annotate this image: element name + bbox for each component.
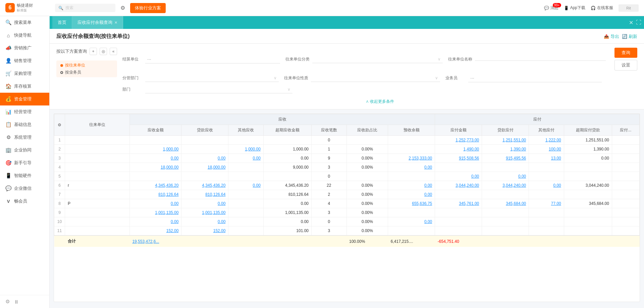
- sidebar-item-marketing[interactable]: 📣 营销推广: [0, 42, 49, 54]
- td-ar-amount[interactable]: 0.00: [129, 199, 181, 208]
- sidebar-settings-icon[interactable]: ⚙: [5, 299, 10, 305]
- td-ap-other[interactable]: [529, 208, 564, 217]
- dept-manage-input[interactable]: ∨: [145, 74, 279, 82]
- partner-nature-input[interactable]: ∨: [311, 74, 440, 82]
- td-ar-loan[interactable]: 152.00: [181, 226, 228, 236]
- td-ar-loan[interactable]: [181, 172, 228, 181]
- td-ap-amount[interactable]: 345,761.00: [435, 199, 482, 208]
- td-ar-loan[interactable]: 810,126.64: [181, 190, 228, 199]
- td-ap-amount[interactable]: [435, 208, 482, 217]
- tab-ar-ap[interactable]: 应收应付余额查询 ✕: [72, 16, 123, 29]
- td-ar-prepay[interactable]: [388, 226, 435, 236]
- td-ap-other[interactable]: 1,222.00: [529, 136, 564, 145]
- td-ar-other[interactable]: 1,000.00: [228, 145, 264, 154]
- td-ar-other[interactable]: [228, 199, 264, 208]
- td-ap-amount[interactable]: 0.00: [435, 172, 482, 181]
- export-button[interactable]: 📤 导出: [604, 34, 619, 40]
- query-button[interactable]: 查询: [614, 48, 637, 58]
- sidebar-item-vip[interactable]: V 畅会员: [0, 195, 49, 208]
- td-ap-loan[interactable]: [482, 163, 529, 172]
- target-filter-icon[interactable]: ◎: [100, 48, 107, 55]
- filter-mode-by-unit[interactable]: 按往来单位: [60, 62, 113, 68]
- td-ar-prepay[interactable]: [388, 208, 435, 217]
- td-ar-amount[interactable]: [129, 172, 181, 181]
- sidebar-collapse-icon[interactable]: ⏸: [14, 299, 19, 305]
- tab-close-icon[interactable]: ✕: [114, 20, 117, 25]
- sidebar-item-operations[interactable]: 📊 经营管理: [0, 105, 49, 118]
- td-ap-other[interactable]: 77.00: [529, 199, 564, 208]
- td-ar-other[interactable]: [228, 172, 264, 181]
- td-ar-loan[interactable]: [181, 136, 228, 145]
- td-ap-amount[interactable]: [435, 163, 482, 172]
- sidebar-item-finance[interactable]: 💰 资金管理: [0, 93, 49, 105]
- td-ar-amount[interactable]: 1,001,135.00: [129, 208, 181, 217]
- salesman-input[interactable]: ···: [468, 74, 602, 82]
- td-ap-loan[interactable]: [482, 226, 529, 236]
- td-ap-loan[interactable]: 3,044,240.00: [482, 181, 529, 190]
- td-ar-loan[interactable]: 18,000.00: [181, 163, 228, 172]
- sidebar-item-enterprise[interactable]: 🏢 企业协同: [0, 144, 49, 157]
- td-ar-amount[interactable]: 18,000.00: [129, 163, 181, 172]
- add-filter-icon[interactable]: +: [90, 48, 97, 55]
- td-ar-amount[interactable]: 4,345,436.20: [129, 181, 181, 190]
- sidebar-item-sales[interactable]: 👤 销售管理: [0, 54, 49, 67]
- sidebar-item-guide[interactable]: 🎯 新手引导: [0, 157, 49, 169]
- td-ap-amount[interactable]: 1,252,773.00: [435, 136, 482, 145]
- td-ap-other[interactable]: [529, 226, 564, 236]
- close-window-icon[interactable]: ✕: [629, 19, 633, 26]
- sidebar-item-base-info[interactable]: 📋 基础信息: [0, 118, 49, 131]
- set-button[interactable]: 设置: [614, 60, 637, 71]
- td-ar-prepay[interactable]: [388, 172, 435, 181]
- td-ap-loan[interactable]: 1,251,551.00: [482, 136, 529, 145]
- td-ar-amount[interactable]: 152.00: [129, 226, 181, 236]
- td-ar-other[interactable]: [228, 190, 264, 199]
- td-ar-prepay[interactable]: 0.00: [388, 217, 435, 226]
- filter-mode-by-staff[interactable]: 按业务员: [60, 70, 113, 75]
- settle-unit-input[interactable]: ···: [145, 55, 280, 63]
- tab-home[interactable]: 首页: [52, 16, 72, 29]
- td-ap-other[interactable]: [529, 172, 564, 181]
- td-ap-amount[interactable]: 1,490.00: [435, 145, 482, 154]
- refresh-button[interactable]: 🔄 刷新: [622, 34, 637, 40]
- td-ar-loan[interactable]: 1,001,135.00: [181, 208, 228, 217]
- td-ar-loan[interactable]: 4,345,436.20: [181, 181, 228, 190]
- td-ar-other[interactable]: [228, 163, 264, 172]
- td-ap-other[interactable]: 100.00: [529, 145, 564, 154]
- fullscreen-icon[interactable]: ⛶: [636, 19, 641, 26]
- td-ap-other[interactable]: [529, 163, 564, 172]
- td-ar-other[interactable]: [228, 217, 264, 226]
- back-filter-icon[interactable]: «: [110, 48, 117, 55]
- td-ap-loan[interactable]: 915,495.56: [482, 154, 529, 163]
- td-ar-prepay[interactable]: [388, 136, 435, 145]
- td-ar-prepay[interactable]: 655,636.75: [388, 199, 435, 208]
- td-ap-amount[interactable]: 915,508.56: [435, 154, 482, 163]
- sidebar-item-quick-nav[interactable]: ⌂ 快捷导航: [0, 29, 49, 42]
- td-ar-amount[interactable]: 1,000.00: [129, 145, 181, 154]
- td-ap-other[interactable]: [529, 217, 564, 226]
- td-ar-amount[interactable]: 0.00: [129, 217, 181, 226]
- td-ar-loan[interactable]: 0.00: [181, 217, 228, 226]
- td-ap-amount[interactable]: 3,044,240.00: [435, 181, 482, 190]
- td-ar-prepay[interactable]: 0.00: [388, 190, 435, 199]
- td-ar-other[interactable]: [228, 136, 264, 145]
- td-ap-loan[interactable]: [482, 208, 529, 217]
- td-ap-amount[interactable]: [435, 190, 482, 199]
- td-ap-amount[interactable]: [435, 217, 482, 226]
- messages-button[interactable]: 💬 消息 99+: [544, 5, 558, 11]
- td-ap-loan[interactable]: [482, 217, 529, 226]
- td-ap-amount[interactable]: [435, 226, 482, 236]
- dept-input[interactable]: ∨: [145, 86, 292, 93]
- partner-category-input[interactable]: ∨: [312, 55, 443, 63]
- td-ar-loan[interactable]: [181, 145, 228, 154]
- td-ar-other[interactable]: [228, 208, 264, 217]
- user-avatar[interactable]: Rit: [619, 4, 639, 12]
- td-ar-prepay[interactable]: 2,153,333.00: [388, 154, 435, 163]
- td-ap-other[interactable]: 0.00: [529, 181, 564, 190]
- online-service-button[interactable]: 🎧 在线客服: [591, 5, 613, 11]
- td-ap-other[interactable]: [529, 190, 564, 199]
- sidebar-item-smart-hardware[interactable]: 📱 智能硬件: [0, 169, 49, 182]
- solution-button[interactable]: 体验行业方案: [130, 3, 166, 13]
- td-ar-amount[interactable]: 810,126.64: [129, 190, 181, 199]
- sidebar-item-purchase[interactable]: 🛒 采购管理: [0, 67, 49, 80]
- td-ar-other[interactable]: [228, 226, 264, 236]
